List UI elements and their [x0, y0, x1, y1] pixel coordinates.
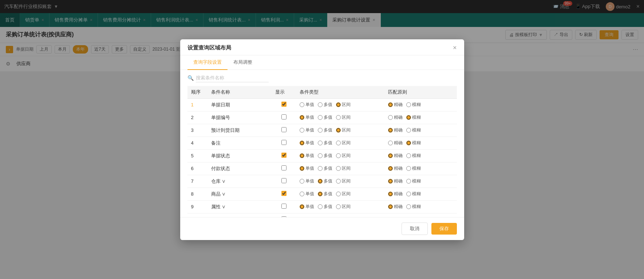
dialog-close-button[interactable]: ×: [453, 44, 457, 51]
dialog-tab-layout[interactable]: 布局调整: [228, 55, 258, 70]
modal-overlay: 设置查询区域布局 × 查询字段设置 布局调整 🔍 顺序 条件名称: [0, 0, 644, 72]
dialog-header: 设置查询区域布局 ×: [180, 39, 464, 55]
settings-dialog: 设置查询区域布局 × 查询字段设置 布局调整 🔍 顺序 条件名称: [180, 39, 464, 72]
dialog-search-area: 🔍: [180, 70, 464, 72]
dialog-title: 设置查询区域布局: [187, 44, 231, 51]
dialog-tabs: 查询字段设置 布局调整: [180, 55, 464, 70]
dialog-tab-query-fields[interactable]: 查询字段设置: [187, 55, 228, 70]
